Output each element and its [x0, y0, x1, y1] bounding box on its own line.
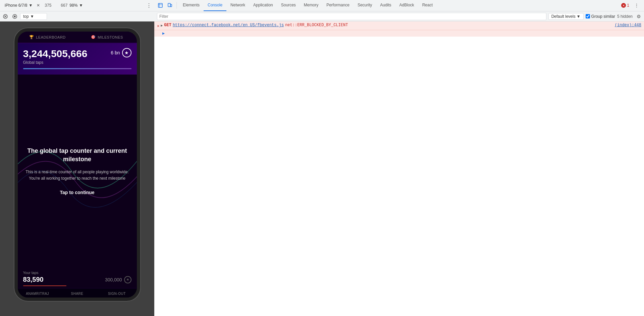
user-milestone: 300,000 ★ [105, 276, 131, 283]
error-url[interactable]: https://connect.facebook.net/en_US/fbeve… [173, 23, 284, 28]
milestone-badge: 6 bn ★ [111, 48, 131, 57]
devtools-right-icons: ✕ 1 ⋮ [619, 1, 643, 10]
app-headline: The global tap counter and current miles… [24, 147, 130, 164]
phone-frame: 🏆 LEADERBOARD 🎯 MILESTONES 3,244,505,666… [14, 28, 140, 301]
nav-signout[interactable]: SIGN-OUT [97, 292, 137, 296]
user-taps-label: Your taps [23, 271, 131, 275]
user-star-icon: ★ [124, 276, 131, 283]
tap-to-continue[interactable]: Tap to continue [60, 190, 94, 195]
user-progress-bar [23, 285, 66, 286]
zoom-selector[interactable]: 98% ▼ [69, 3, 83, 8]
nav-share[interactable]: SHARE [57, 292, 97, 296]
context-selector[interactable]: top ▼ [20, 13, 47, 20]
leaderboard-label: LEADERBOARD [36, 35, 66, 39]
console-panel: ✕ ▶ GET https://connect.facebook.net/en_… [154, 21, 644, 316]
devtools-top-bar: iPhone 6/7/8 ▼ ✕ 375 667 98% ▼ ⋮ Element… [0, 0, 644, 11]
sim-width: 375 [45, 3, 51, 8]
stop-recording-button[interactable] [11, 12, 19, 20]
filter-input[interactable] [157, 13, 546, 20]
milestones-label: MILESTONES [98, 35, 123, 39]
sim-height: 667 [61, 3, 67, 8]
user-taps-section: Your taps 83,590 300,000 ★ [18, 267, 137, 288]
svg-rect-9 [14, 15, 16, 17]
tab-sources[interactable]: Sources [277, 0, 300, 11]
app-subtext: This is a real-time counter of all peopl… [24, 169, 130, 182]
sim-more-button[interactable]: ⋮ [146, 2, 152, 9]
error-method: GET [164, 23, 171, 28]
app-tabs: 🏆 LEADERBOARD 🎯 MILESTONES [18, 32, 137, 43]
svg-rect-4 [170, 4, 172, 7]
svg-rect-0 [158, 3, 162, 7]
tab-network[interactable]: Network [226, 0, 249, 11]
user-milestone-number: 300,000 [105, 277, 122, 282]
tab-security[interactable]: Security [354, 0, 376, 11]
error-icon: ✕ [157, 24, 159, 29]
console-error-row: ✕ ▶ GET https://connect.facebook.net/en_… [154, 21, 644, 30]
console-left-tools: top ▼ [1, 12, 156, 20]
group-similar-label[interactable]: Group similar [586, 14, 615, 19]
expand-icon[interactable]: ▶ [162, 31, 165, 36]
separator [176, 2, 177, 9]
device-dropdown-icon: ▼ [29, 3, 33, 8]
log-level-value: Default levels [551, 14, 576, 19]
expand-arrow[interactable]: ▶ [161, 24, 163, 28]
tab-elements[interactable]: Elements [179, 0, 204, 11]
user-taps-number: 83,590 [23, 276, 44, 283]
milestone-star-icon: ★ [122, 48, 131, 57]
phone-screen: 🏆 LEADERBOARD 🎯 MILESTONES 3,244,505,666… [18, 32, 137, 298]
clear-console-button[interactable] [1, 12, 9, 20]
error-icon-symbol: ✕ [622, 4, 625, 7]
device-toggle-button[interactable] [165, 1, 174, 10]
tab-performance[interactable]: Performance [322, 0, 354, 11]
global-taps-label: Global taps [23, 60, 131, 65]
device-name: iPhone 6/7/8 [5, 3, 27, 8]
app-tab-milestones[interactable]: 🎯 MILESTONES [77, 32, 137, 43]
devtools-more-button[interactable]: ⋮ [632, 1, 641, 10]
console-expand-row: ▶ [154, 30, 644, 37]
error-count: 1 [627, 3, 629, 8]
app-content[interactable]: The global tap counter and current miles… [18, 75, 137, 267]
tab-audits[interactable]: Audits [376, 0, 395, 11]
more-icon: ⋮ [634, 3, 639, 8]
tab-adblock[interactable]: AdBlock [395, 0, 418, 11]
svg-rect-3 [168, 3, 170, 7]
group-similar-checkbox[interactable] [586, 14, 590, 18]
error-count-icon: ✕ [621, 3, 626, 8]
hidden-count: 5 hidden [617, 14, 633, 19]
zoom-value: 98% [69, 3, 77, 8]
app-tab-leaderboard[interactable]: 🏆 LEADERBOARD [18, 32, 77, 43]
main-area: 🏆 LEADERBOARD 🎯 MILESTONES 3,244,505,666… [0, 21, 644, 316]
tab-console[interactable]: Console [204, 0, 226, 11]
close-icon[interactable]: ✕ [37, 3, 40, 8]
log-level-selector[interactable]: Default levels ▼ [548, 13, 584, 20]
group-similar-text: Group similar [591, 14, 615, 19]
error-badge: ✕ 1 [619, 2, 631, 8]
milestones-icon: 🎯 [91, 35, 96, 39]
milestone-text: 6 bn [111, 50, 120, 55]
zoom-dropdown-icon: ▼ [79, 3, 83, 8]
devtools-tabs-bar: Elements Console Network Application Sou… [154, 0, 644, 11]
log-level-dropdown-icon: ▼ [577, 14, 581, 19]
tab-memory[interactable]: Memory [300, 0, 322, 11]
settings-gear-icon[interactable]: ⚙ [635, 12, 643, 20]
console-right-tools: Default levels ▼ Group similar 5 hidden … [157, 12, 643, 20]
error-source[interactable]: (index):448 [615, 23, 641, 28]
global-progress-bar [23, 68, 131, 69]
app-bottom-nav: ANAMRITRAJ SHARE SIGN-OUT [18, 288, 137, 298]
device-selector[interactable]: iPhone 6/7/8 ▼ [3, 2, 35, 8]
global-taps-section: 3,244,505,666 Global taps 6 bn ★ [18, 43, 137, 75]
inspect-element-button[interactable] [156, 1, 165, 10]
simulator-bar: iPhone 6/7/8 ▼ ✕ 375 667 98% ▼ ⋮ [0, 0, 154, 11]
tab-react[interactable]: React [418, 0, 437, 11]
context-dropdown-icon: ▼ [30, 14, 34, 19]
simulator-panel: 🏆 LEADERBOARD 🎯 MILESTONES 3,244,505,666… [0, 21, 154, 316]
nav-username[interactable]: ANAMRITRAJ [18, 292, 57, 296]
leaderboard-icon: 🏆 [29, 35, 34, 39]
context-value: top [23, 14, 29, 19]
tab-list: Elements Console Network Application Sou… [179, 0, 437, 11]
error-message: net::ERR_BLOCKED_BY_CLIENT [285, 23, 348, 28]
tab-application[interactable]: Application [249, 0, 277, 11]
user-taps-row: 83,590 300,000 ★ [23, 276, 131, 283]
console-toolbar: top ▼ Default levels ▼ Group similar 5 h… [0, 11, 644, 21]
